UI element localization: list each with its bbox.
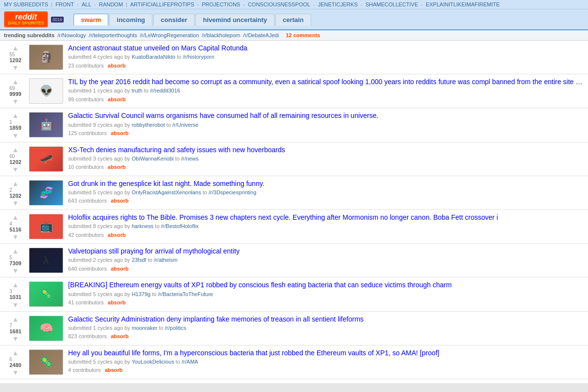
absorb-button[interactable]: absorb (108, 232, 126, 238)
post-rank: 60 (9, 154, 21, 159)
vote-up-button[interactable]: ▲ (12, 146, 19, 153)
post-actions: 643 contributors absorb (68, 198, 586, 204)
tab-hivemind-uncertainty[interactable]: hivemind uncertainty (196, 14, 274, 25)
my-subreddits-link[interactable]: MY SUBREDDITS (4, 1, 48, 7)
post-author-link[interactable]: moonraker (132, 325, 158, 331)
post-subreddit-link[interactable]: /r/politics (165, 325, 186, 331)
post-meta: submitted 8 cycles ago by harkness to /r… (68, 223, 586, 230)
posts-list: ▲ 55 1202 ▼ 🗿 Ancient astronaut statue u… (0, 41, 588, 383)
vote-down-button[interactable]: ▼ (12, 98, 19, 105)
site-header: reddit DAILY SPORITES 3016 swarm incomin… (0, 9, 588, 30)
vote-down-button[interactable]: ▼ (12, 166, 19, 173)
post-row: ▲ 55 1202 ▼ 🗿 Ancient astronaut statue u… (0, 41, 588, 74)
trending-blackhole[interactable]: /r/blackholeporn (202, 32, 240, 38)
post-subreddit-link[interactable]: /r/reddit3016 (150, 88, 180, 93)
post-title-link[interactable]: Galactic Survival Council warns organism… (68, 111, 586, 120)
post-subreddit-link[interactable]: /r/atheism (154, 257, 177, 263)
absorb-button[interactable]: absorb (111, 198, 129, 204)
vote-down-button[interactable]: ▼ (12, 301, 19, 308)
trending-nowology[interactable]: /r/Nowology (57, 32, 86, 38)
post-author-link[interactable]: KuatoBaradaNikto (132, 54, 175, 60)
post-title-link[interactable]: Ancient astronaut statue unveiled on Mar… (68, 44, 586, 52)
post-author-link[interactable]: H1379g (132, 291, 151, 297)
all-link[interactable]: ALL (82, 1, 92, 7)
post-subreddit-link[interactable]: /r/AMA (182, 359, 198, 365)
post-subreddit-link[interactable]: /r/historyporn (183, 54, 214, 60)
trending-debateajedi[interactable]: /r/DebateAJedi (243, 32, 279, 38)
post-subreddit-link[interactable]: /r/BacteriaToTheFuture (158, 291, 213, 297)
absorb-button[interactable]: absorb (108, 63, 126, 69)
post-author-link[interactable]: harkness (132, 223, 154, 229)
trending-lewrong[interactable]: /r/LeWrongRegeneration (140, 32, 199, 38)
post-thumbnail: 👽 (29, 78, 63, 104)
post-actions: 23 contributors absorb (68, 63, 586, 69)
post-title-link[interactable]: Holoflix acquires rights to The Bible. P… (68, 213, 586, 222)
subreddit-explainit[interactable]: EXPLAINITLIKEIMAFIREMITE (426, 1, 500, 7)
subreddit-shamecollective[interactable]: SHAMECOLLECTIVE (366, 1, 418, 7)
tab-consider[interactable]: consider (153, 14, 195, 25)
absorb-button[interactable]: absorb (111, 266, 129, 272)
post-thumbnail: 🦠 (29, 281, 63, 307)
tab-certain[interactable]: certain (275, 14, 311, 25)
vote-up-button[interactable]: ▲ (12, 349, 19, 356)
post-author-link[interactable]: OnlyRacistAgainstXenonlans (132, 189, 201, 195)
vote-up-button[interactable]: ▲ (12, 78, 19, 85)
post-author-link[interactable]: YouLookDelicious (131, 359, 174, 365)
post-author-link[interactable]: robbytherobot (132, 122, 165, 128)
vote-up-button[interactable]: ▲ (12, 316, 19, 323)
post-content: Galactic Security Administration deny im… (68, 315, 586, 342)
vote-up-button[interactable]: ▲ (12, 180, 19, 187)
post-rank: 5 (9, 255, 21, 260)
thumbnail-area: 🛹 (29, 145, 64, 173)
tab-incoming[interactable]: incoming (109, 14, 152, 25)
vote-down-button[interactable]: ▼ (12, 64, 19, 71)
vote-down-button[interactable]: ▼ (12, 132, 19, 139)
post-title-link[interactable]: Hey all you beautiful life forms, I'm a … (68, 348, 586, 357)
subreddit-jeneticjerks[interactable]: JENETICJERKS (318, 1, 358, 7)
vote-down-button[interactable]: ▼ (12, 267, 19, 274)
absorb-button[interactable]: absorb (111, 130, 129, 136)
absorb-button[interactable]: absorb (111, 333, 129, 339)
post-author-link[interactable]: 23fsdf (132, 257, 147, 263)
thumbnail-area: 🤖 (29, 111, 64, 138)
post-subreddit-link[interactable]: /r/news (181, 156, 198, 161)
post-title-link[interactable]: Galactic Security Administration deny im… (68, 315, 586, 323)
vote-down-button[interactable]: ▼ (12, 233, 19, 240)
post-thumbnail: 🤖 (29, 112, 63, 138)
absorb-button[interactable]: absorb (108, 96, 126, 102)
vote-up-button[interactable]: ▲ (12, 214, 19, 221)
post-subreddit-link[interactable]: /r/BestofHoloflix (161, 223, 199, 229)
post-title-link[interactable]: [BREAKING] Ethereum energy vaults of XP1… (68, 280, 586, 289)
post-subreddit-link[interactable]: /r/Universe (172, 122, 198, 128)
vote-down-button[interactable]: ▼ (12, 369, 19, 376)
vote-up-button[interactable]: ▲ (12, 248, 19, 254)
absorb-button[interactable]: absorb (105, 367, 123, 373)
contributor-count: 823 contributors (68, 333, 107, 339)
post-title-link[interactable]: TIL by the year 2016 reddit had become s… (68, 77, 586, 86)
front-link[interactable]: FRONT (55, 1, 74, 7)
tab-swarm[interactable]: swarm (74, 14, 108, 25)
vote-up-button[interactable]: ▲ (12, 45, 19, 51)
vote-down-button[interactable]: ▼ (12, 200, 19, 207)
subreddit-artificiallife[interactable]: ARTIFICIALLIFEPROTIPS (130, 1, 195, 7)
random-link[interactable]: RANDOM (99, 1, 123, 7)
vote-area: ▲ 7 1681 ▼ (2, 315, 29, 342)
absorb-button[interactable]: absorb (108, 164, 126, 170)
post-title-link[interactable]: Got drunk in the genesplice kit last nig… (68, 179, 586, 188)
vote-up-button[interactable]: ▲ (12, 281, 19, 288)
vote-up-button[interactable]: ▲ (12, 112, 19, 119)
post-score: 2480 (9, 362, 21, 369)
trending-teleporter[interactable]: /r/teleporterthoughts (89, 32, 137, 38)
absorb-button[interactable]: absorb (108, 300, 126, 305)
post-title-link[interactable]: Valvetopians still praying for arrival o… (68, 247, 586, 255)
post-subreddit-link[interactable]: /r/3Dspeciesprinting (209, 189, 256, 195)
trending-comments-link[interactable]: 12 comments (286, 32, 320, 38)
subreddit-projections[interactable]: PROJECTIONS (202, 1, 240, 7)
post-thumbnail: 🦠 (29, 349, 63, 375)
vote-down-button[interactable]: ▼ (12, 335, 19, 342)
subreddit-consciousnesspool[interactable]: CONSCIOUSNESSPOOL (248, 1, 310, 7)
post-title-link[interactable]: XS-Tech denies manufacturing and safety … (68, 145, 586, 154)
post-score: 1202 (9, 159, 21, 165)
post-author-link[interactable]: truth (132, 88, 143, 93)
post-author-link[interactable]: ObiWannaKenobi (132, 156, 174, 161)
